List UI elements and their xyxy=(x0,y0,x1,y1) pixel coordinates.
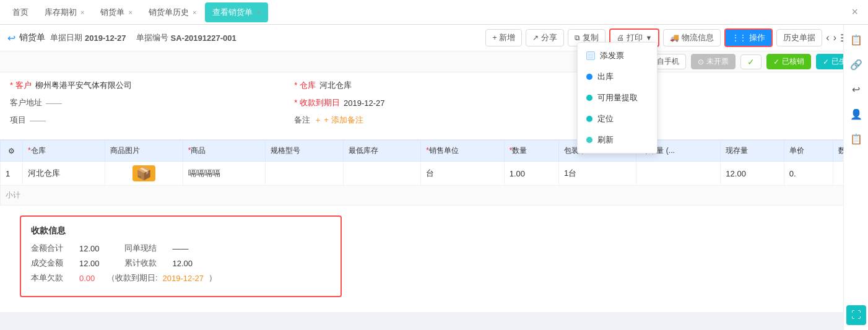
out-stock-item[interactable]: 出库 xyxy=(578,66,657,87)
prev-record-button[interactable]: ‹ xyxy=(826,32,829,43)
deal-amount-label: 成交金额 xyxy=(31,258,74,269)
warehouse-field: 仓库 河北仓库 xyxy=(294,80,573,91)
logistics-button[interactable]: 🚚 物流信息 xyxy=(663,29,721,46)
add-invoice-item[interactable]: □ 添发票 xyxy=(578,45,657,66)
owed-note xyxy=(100,274,102,283)
add-note-button[interactable]: ＋ + 添加备注 xyxy=(314,115,363,126)
th-unit: *销售单位 xyxy=(421,141,505,162)
sidebar-icon-2[interactable]: 🔗 xyxy=(846,54,866,74)
not-open-label: 未开票 xyxy=(706,56,729,67)
payment-row-2: 成交金额 12.00 累计收款 12.00 xyxy=(31,258,331,269)
add-invoice-label: 添发票 xyxy=(600,50,624,61)
check-icon-button[interactable]: ✓ xyxy=(740,54,762,69)
tab-sales-order-close[interactable]: × xyxy=(128,9,132,16)
refresh-label: 刷新 xyxy=(597,134,614,145)
due-date-field: 收款到期日 2019-12-27 xyxy=(294,97,573,108)
check-icon: ✓ xyxy=(747,57,755,67)
cell-image: 📦 xyxy=(105,162,183,186)
not-open-button[interactable]: ⊙ 未开票 xyxy=(691,54,736,69)
share-icon: ↗ xyxy=(532,33,539,42)
th-warehouse: *仓库 xyxy=(23,141,105,162)
address-field: 客户地址 —— xyxy=(10,97,289,108)
note-label: 备注 xyxy=(294,115,310,126)
operation-dropdown: □ 添发票 出库 可用量提取 定位 刷新 xyxy=(577,42,658,154)
tab-view-sales-label: 查看销货单 xyxy=(212,7,253,18)
form-row-3: 项目 —— 备注 ＋ + 添加备注 业务员孟 —— xyxy=(10,115,858,126)
same-order-item: 同单现结 —— xyxy=(124,243,189,254)
doc-icon: ↩ xyxy=(7,32,15,44)
tab-bar: 首页 库存期初 × 销货单 × 销货单历史 × 查看销货单 × × xyxy=(0,0,868,25)
sidebar-icon-1[interactable]: 📋 xyxy=(846,30,866,50)
th-current-stock: 现存量 xyxy=(721,141,784,162)
owed-value: 0.00 xyxy=(79,274,95,283)
tab-sales-history-close[interactable]: × xyxy=(193,9,196,16)
cumulative-value: 12.00 xyxy=(173,259,193,268)
th-product: *商品 xyxy=(183,141,265,162)
add-note-text: + 添加备注 xyxy=(324,115,363,126)
product-image: 📦 xyxy=(132,165,155,181)
payment-row-3: 本单欠款 0.00 （收款到期日: 2019-12-27 ） xyxy=(31,272,331,284)
payment-area: 收款信息 金额合计 12.00 同单现结 —— 成交金额 12.00 累计收款 xyxy=(0,206,868,312)
customer-label: 客户 xyxy=(10,80,32,91)
total-amount-label: 金额合计 xyxy=(31,243,74,254)
deal-amount-value: 12.00 xyxy=(79,259,100,268)
tab-sales-order[interactable]: 销货单 × xyxy=(93,2,139,22)
tab-inventory-close[interactable]: × xyxy=(80,9,84,16)
tab-view-sales[interactable]: 查看销货单 × xyxy=(205,2,267,22)
subtotal-row: 小计 xyxy=(1,186,868,206)
cell-warehouse: 河北仓库 xyxy=(23,162,105,186)
address-label: 客户地址 xyxy=(10,97,42,108)
copy-icon: ⧉ xyxy=(575,33,580,42)
doc-title: 销货单 xyxy=(19,32,45,43)
doc-date-value: 2019-12-27 xyxy=(85,33,126,43)
history-button[interactable]: 历史单据 xyxy=(776,29,822,46)
products-table: ⚙ *仓库 商品图片 *商品 规格型号 最低库存 *销售单位 *数量 包装数量 … xyxy=(0,140,868,206)
refresh-item[interactable]: 刷新 xyxy=(578,129,657,150)
tab-view-sales-close[interactable]: × xyxy=(256,9,260,16)
tab-inventory-init[interactable]: 库存期初 × xyxy=(37,2,92,22)
sidebar-icon-expand[interactable]: ⛶ xyxy=(846,305,866,312)
table-wrapper: ⚙ *仓库 商品图片 *商品 规格型号 最低库存 *销售单位 *数量 包装数量 … xyxy=(0,139,868,206)
project-field: 项目 —— xyxy=(10,115,289,126)
subtotal-label: 小计 xyxy=(1,186,868,206)
doc-meta: 单据日期 2019-12-27 单据编号 SA-20191227-001 xyxy=(50,32,237,43)
doc-date-label: 单据日期 2019-12-27 xyxy=(50,32,126,43)
cell-no: 1 xyxy=(1,162,23,186)
th-spec: 规格型号 xyxy=(266,141,344,162)
doc-number-value: SA-20191227-001 xyxy=(171,33,237,43)
th-quantity: *数量 xyxy=(504,141,558,162)
cell-available xyxy=(636,162,721,186)
owed-item: 本单欠款 0.00 （收款到期日: 2019-12-27 ） xyxy=(31,272,217,284)
logistics-label: 物流信息 xyxy=(682,32,714,43)
operation-button[interactable]: ⋮⋮ 操作 xyxy=(724,28,773,47)
th-min-stock: 最低库存 xyxy=(343,141,421,162)
sidebar-icon-5[interactable]: 📋 xyxy=(846,129,866,149)
customer-field: 客户 柳州粤港平安气体有限公司 xyxy=(10,80,289,91)
project-label: 项目 xyxy=(10,115,26,126)
new-button[interactable]: + 新增 xyxy=(485,29,522,46)
print-icon: 🖨 xyxy=(617,33,624,42)
locate-item[interactable]: 定位 xyxy=(578,108,657,129)
owed-end: ） xyxy=(209,272,217,284)
cell-unit-price: 0. xyxy=(784,162,833,186)
cell-current-stock: 12.00 xyxy=(721,162,784,186)
tab-home[interactable]: 首页 xyxy=(5,2,36,22)
th-image: 商品图片 xyxy=(105,141,183,162)
sidebar-icon-3[interactable]: ↩ xyxy=(846,79,866,99)
tab-sales-history[interactable]: 销货单历史 × xyxy=(141,2,204,22)
next-record-button[interactable]: › xyxy=(833,32,836,43)
cell-quantity: 1.00 xyxy=(504,162,558,186)
available-qty-item[interactable]: 可用量提取 xyxy=(578,87,657,108)
table-row: 1 河北仓库 📦 嗝嗝嗝嗝 台 1.00 1台 12.00 0. xyxy=(1,162,868,186)
th-unit-price: 单价 xyxy=(784,141,833,162)
owed-date: 2019-12-27 xyxy=(163,274,204,283)
cell-unit: 台 xyxy=(421,162,505,186)
window-close-button[interactable]: × xyxy=(846,6,863,19)
cell-product: 嗝嗝嗝嗝 xyxy=(183,162,265,186)
due-date-value: 2019-12-27 xyxy=(344,98,385,108)
share-button[interactable]: ↗ 分享 xyxy=(526,29,564,46)
sold-out-button[interactable]: ✓ 已核销 xyxy=(766,54,811,69)
customer-value: 柳州粤港平安气体有限公司 xyxy=(35,80,132,91)
sidebar-icon-4[interactable]: 👤 xyxy=(846,104,866,124)
form-section: 客户 柳州粤港平安气体有限公司 仓库 河北仓库 业务员 演示账号 客户地址 ——… xyxy=(0,72,868,139)
